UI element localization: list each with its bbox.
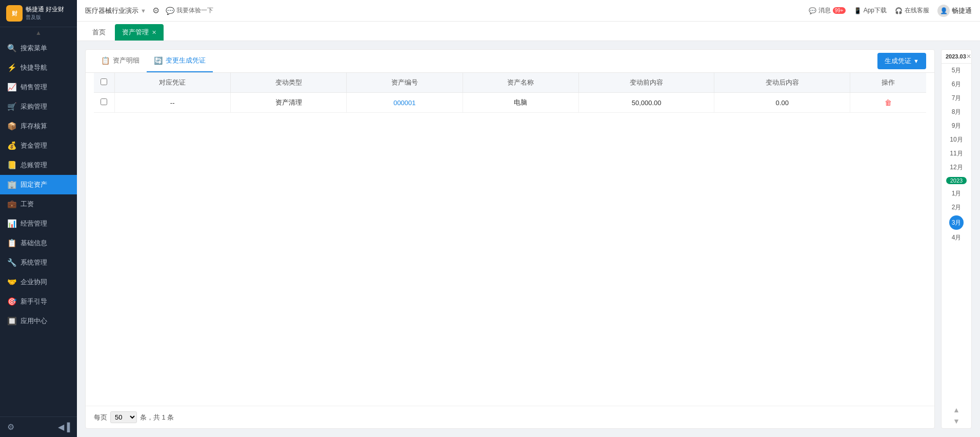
tab-assets[interactable]: 资产管理 ✕ (115, 24, 164, 41)
topbar: 医疗器械行业演示 ▼ ⚙ 💬 我要体验一下 💬 消息 99+ 📱 App下载 🎧… (77, 0, 980, 22)
sysadmin-icon: 🔧 (7, 258, 16, 267)
panel-close-icon[interactable]: ✕ (966, 53, 971, 60)
app-download-label: App下载 (864, 6, 887, 15)
company-name: 医疗器械行业演示 (85, 6, 138, 15)
sidebar-item-sysadmin[interactable]: 🔧 系统管理 (0, 253, 77, 272)
table-wrap: 对应凭证 变动类型 资产编号 资产名称 (86, 73, 934, 406)
guide-icon: 🎯 (7, 297, 16, 306)
subtabs: 📋 资产明细 🔄 变更生成凭证 生成凭证 ▼ (86, 50, 934, 73)
sidebar-item-finance[interactable]: 💰 资金管理 (0, 136, 77, 155)
sidebar-item-purchase[interactable]: 🛒 采购管理 (0, 97, 77, 116)
appcenter-icon: 🔲 (7, 316, 16, 326)
collab-icon: 🤝 (7, 277, 16, 287)
message-button[interactable]: 💬 消息 99+ (809, 6, 846, 15)
trial-button[interactable]: 💬 我要体验一下 (166, 6, 213, 15)
sidebar-item-label: 新手引导 (21, 297, 47, 306)
month-item-2023-4[interactable]: 4月 (942, 231, 971, 245)
sidebar-item-operations[interactable]: 📊 经营管理 (0, 214, 77, 233)
table-row: -- 资产清理 000001 电脑 50,000.00 0.00 🗑 (94, 93, 926, 113)
sidebar-item-inventory[interactable]: 📦 库存核算 (0, 116, 77, 136)
sidebar-item-label: 搜索菜单 (21, 44, 47, 53)
month-item-5[interactable]: 5月 (942, 64, 971, 77)
username-label: 畅捷通 (952, 6, 972, 15)
app-download-button[interactable]: 📱 App下载 (854, 6, 887, 15)
sidebar-item-search[interactable]: 🔍 搜索菜单 (0, 38, 77, 58)
payroll-icon: 💼 (7, 200, 16, 209)
month-item-11[interactable]: 11月 (942, 147, 971, 161)
content-area: 📋 资产明细 🔄 变更生成凭证 生成凭证 ▼ (77, 41, 980, 437)
sidebar-item-guide[interactable]: 🎯 新手引导 (0, 292, 77, 311)
month-item-10[interactable]: 10月 (942, 133, 971, 147)
col-asset-number: 资产编号 (347, 73, 463, 93)
tab-home[interactable]: 首页 (85, 24, 113, 41)
operations-icon: 📊 (7, 219, 16, 228)
sidebar-item-quicknav[interactable]: ⚡ 快捷导航 (0, 58, 77, 77)
month-item-9[interactable]: 9月 (942, 119, 971, 133)
search-icon: 🔍 (7, 44, 16, 53)
sidebar-item-label: 企业协同 (21, 277, 47, 287)
online-service-button[interactable]: 🎧 在线客服 (895, 6, 929, 15)
user-avatar-area[interactable]: 👤 畅捷通 (937, 5, 972, 17)
cell-action: 🗑 (850, 93, 927, 113)
cell-change-type: 资产清理 (230, 93, 346, 113)
logo-icon: 财 (6, 5, 23, 22)
sidebar-item-sales[interactable]: 📈 销售管理 (0, 77, 77, 97)
month-item-6[interactable]: 6月 (942, 77, 971, 91)
month-item-12[interactable]: 12月 (942, 161, 971, 174)
trial-label: 我要体验一下 (176, 6, 213, 15)
tab-close-icon[interactable]: ✕ (152, 29, 156, 36)
month-item-8[interactable]: 8月 (942, 105, 971, 119)
sidebar-item-label: 快捷导航 (21, 63, 47, 72)
asset-detail-icon: 📋 (101, 56, 110, 65)
page-size-select[interactable]: 10 20 50 100 (110, 411, 137, 423)
right-panel: 2023.03 ✕ ⤢ 5月 6月 7月 8月 9月 10月 11月 12月 2… (941, 49, 972, 429)
download-icon: 📱 (854, 7, 862, 14)
sidebar-item-payroll[interactable]: 💼 工资 (0, 194, 77, 214)
header-checkbox-cell (94, 73, 114, 93)
delete-icon[interactable]: 🗑 (885, 98, 892, 107)
cell-after-content: 0.00 (714, 93, 850, 113)
cell-before-content: 50,000.00 (578, 93, 714, 113)
sidebar-item-ledger[interactable]: 📒 总账管理 (0, 155, 77, 175)
select-all-checkbox[interactable] (101, 78, 107, 85)
quicknav-icon: ⚡ (7, 63, 16, 72)
sidebar: 财 畅捷通 好业财 普及版 ▲ 🔍 搜索菜单 ⚡ 快捷导航 📈 销售管理 🛒 采… (0, 0, 77, 437)
sidebar-item-label: 销售管理 (21, 83, 47, 92)
generate-voucher-button[interactable]: 生成凭证 ▼ (877, 53, 926, 69)
month-item-7[interactable]: 7月 (942, 91, 971, 105)
month-item-2023-3-active[interactable]: 3月 (949, 215, 964, 230)
topbar-right: 💬 消息 99+ 📱 App下载 🎧 在线客服 👤 畅捷通 (809, 5, 972, 17)
sidebar-collapse-icon[interactable]: ◀▐ (58, 422, 70, 432)
sidebar-scroll-up[interactable]: ▲ (0, 27, 77, 38)
subtab-change-voucher[interactable]: 🔄 变更生成凭证 (147, 50, 213, 72)
year-month-label: 2023.03 (946, 53, 966, 59)
main-card: 📋 资产明细 🔄 变更生成凭证 生成凭证 ▼ (85, 49, 935, 429)
tabbar: 首页 资产管理 ✕ (77, 22, 980, 41)
data-table: 对应凭证 变动类型 资产编号 资产名称 (94, 73, 926, 113)
sidebar-item-label: 基础信息 (21, 239, 47, 248)
tab-assets-label: 资产管理 (122, 28, 149, 37)
row-checkbox[interactable] (101, 98, 107, 105)
col-change-type: 变动类型 (230, 73, 346, 93)
nav-down-arrow[interactable]: ▼ (952, 416, 961, 426)
inventory-icon: 📦 (7, 122, 16, 131)
avatar: 👤 (937, 5, 950, 17)
settings-gear-icon[interactable]: ⚙ (7, 422, 14, 432)
sidebar-item-label: 总账管理 (21, 161, 47, 170)
sidebar-item-assets[interactable]: 🏢 固定资产 (0, 175, 77, 194)
sidebar-item-basicinfo[interactable]: 📋 基础信息 (0, 233, 77, 253)
sidebar-item-collab[interactable]: 🤝 企业协同 (0, 272, 77, 292)
table-header-row: 对应凭证 变动类型 资产编号 资产名称 (94, 73, 926, 93)
row-checkbox-cell (94, 93, 114, 113)
month-item-2023-2[interactable]: 2月 (942, 201, 971, 214)
subtab-asset-detail[interactable]: 📋 资产明细 (94, 50, 147, 72)
company-selector[interactable]: 医疗器械行业演示 ▼ (85, 6, 146, 15)
sidebar-item-appcenter[interactable]: 🔲 应用中心 (0, 311, 77, 331)
col-before-content: 变动前内容 (578, 73, 714, 93)
topbar-settings-icon[interactable]: ⚙ (152, 6, 159, 15)
nav-up-arrow[interactable]: ▲ (952, 405, 961, 415)
month-item-2023-1[interactable]: 1月 (942, 187, 971, 201)
sidebar-item-label: 库存核算 (21, 122, 47, 131)
generate-voucher-label: 生成凭证 (885, 56, 911, 66)
cell-asset-number: 000001 (347, 93, 463, 113)
